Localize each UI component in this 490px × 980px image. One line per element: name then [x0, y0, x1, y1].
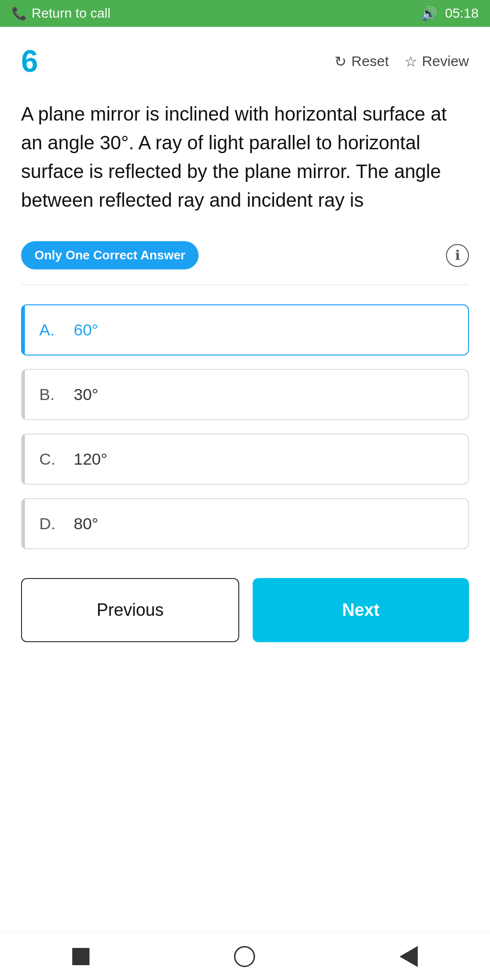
option-a-text: 60°: [74, 321, 98, 339]
back-button-icon[interactable]: [400, 946, 418, 967]
question-text: A plane mirror is inclined with horizont…: [21, 100, 469, 214]
main-content: 6 ↻ Reset ☆ Review A plane mirror is inc…: [0, 27, 490, 661]
next-button[interactable]: Next: [253, 578, 469, 642]
header-row: 6 ↻ Reset ☆ Review: [21, 46, 469, 77]
info-icon[interactable]: ℹ: [446, 244, 469, 267]
option-d-letter: D.: [39, 514, 56, 533]
option-c-letter: C.: [39, 450, 56, 468]
header-actions: ↻ Reset ☆ Review: [334, 53, 469, 70]
home-square-icon[interactable]: [72, 948, 89, 965]
circle-shape: [234, 946, 255, 967]
option-c-text: 120°: [74, 450, 107, 468]
option-c[interactable]: C. 120°: [21, 434, 469, 485]
option-b-text: 30°: [74, 385, 98, 404]
option-b[interactable]: B. 30°: [21, 369, 469, 420]
phone-icon: 📞: [11, 6, 27, 21]
option-d[interactable]: D. 80°: [21, 498, 469, 549]
nav-buttons: Previous Next: [21, 578, 469, 661]
divider: [21, 285, 469, 285]
answer-type-badge: Only One Correct Answer: [21, 241, 199, 269]
question-number: 6: [21, 46, 38, 77]
options-list: A. 60° B. 30° C. 120° D. 80°: [21, 304, 469, 549]
status-bar-right: 🔊 05:18: [421, 6, 479, 22]
time-display: 05:18: [445, 6, 479, 21]
reset-button[interactable]: ↻ Reset: [334, 53, 389, 70]
status-bar: 📞 Return to call 🔊 05:18: [0, 0, 490, 27]
option-d-text: 80°: [74, 514, 98, 533]
previous-button[interactable]: Previous: [21, 578, 239, 642]
triangle-shape: [400, 946, 418, 967]
answer-type-row: Only One Correct Answer ℹ: [21, 241, 469, 269]
return-to-call[interactable]: 📞 Return to call: [11, 6, 111, 21]
option-a[interactable]: A. 60°: [21, 304, 469, 356]
review-button[interactable]: ☆ Review: [404, 53, 469, 70]
star-icon: ☆: [404, 53, 417, 70]
home-circle-icon[interactable]: [234, 946, 255, 967]
bottom-nav: [0, 932, 490, 980]
option-a-letter: A.: [39, 321, 56, 339]
option-b-letter: B.: [39, 385, 56, 404]
square-shape: [72, 948, 89, 965]
reset-icon: ↻: [334, 53, 346, 70]
volume-icon: 🔊: [421, 6, 437, 22]
